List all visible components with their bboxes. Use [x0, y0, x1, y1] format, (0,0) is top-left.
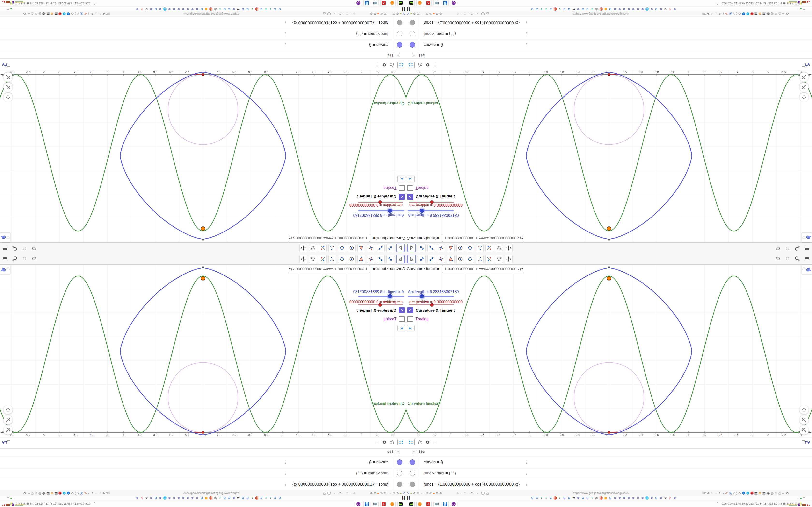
arc-length-slider[interactable]	[358, 295, 404, 297]
icon[interactable]: ○	[343, 12, 344, 16]
tab-favicon[interactable]: ✿	[177, 7, 180, 11]
icon[interactable]: ●	[400, 492, 402, 495]
menu-icon[interactable]	[804, 256, 810, 262]
redo-icon[interactable]	[784, 256, 791, 262]
icon[interactable]: ○	[460, 492, 462, 495]
algebra-row-funcnames[interactable]: funcNames = {" "} ⋮	[406, 468, 812, 479]
search-icon[interactable]	[794, 256, 800, 262]
tab-favicon[interactable]: ƒ	[140, 7, 144, 11]
tab-favicon[interactable]: ✿	[650, 7, 653, 11]
tab-favicon[interactable]: ✿	[182, 496, 185, 500]
list-group-row[interactable]: − List	[406, 448, 812, 457]
icon[interactable]: ⊕	[413, 12, 416, 16]
ellipse-tool-button[interactable]	[466, 244, 474, 252]
algebra-row-curves[interactable]: curves = {} ⋮	[406, 39, 812, 50]
icon[interactable]: ↓	[723, 12, 724, 16]
point-tool-button[interactable]: A	[418, 255, 425, 263]
icon[interactable]: ⊙	[346, 492, 349, 495]
floppy64-app-button[interactable]: 64	[363, 0, 370, 6]
purple-face-app-button[interactable]	[450, 0, 457, 6]
icon[interactable]: ⊕	[370, 492, 373, 495]
icon[interactable]: ⎙	[778, 492, 781, 495]
slider-tool-button[interactable]: a = 2	[309, 244, 317, 252]
tray-chevron-icon[interactable]: ^	[94, 2, 95, 5]
tab-favicon[interactable]: G	[535, 7, 539, 11]
tab-favicon[interactable]: ✿	[150, 496, 153, 500]
arc-position-slider-knob[interactable]	[379, 303, 382, 306]
icon[interactable]: ＋	[67, 492, 70, 495]
tab-favicon[interactable]: ✿	[659, 496, 662, 500]
icon[interactable]: ⊕	[417, 12, 419, 16]
pause-icon[interactable]: ▌▌	[402, 496, 405, 500]
tab-favicon[interactable]: ✿	[659, 7, 662, 11]
icon[interactable]: ▦	[54, 12, 57, 16]
icon[interactable]: →	[94, 492, 98, 495]
tab-favicon[interactable]: G	[246, 7, 249, 11]
icon[interactable]: ◔	[423, 12, 425, 16]
undo-icon[interactable]	[31, 256, 37, 262]
move-graphics-tool-button[interactable]	[505, 244, 513, 252]
tab-favicon[interactable]: ✿	[622, 7, 626, 11]
icon[interactable]: ^	[803, 7, 805, 11]
tab-favicon[interactable]: ●	[218, 496, 221, 500]
tab-favicon[interactable]: G	[154, 496, 157, 500]
icon[interactable]: ○	[343, 492, 344, 495]
drive-app-button[interactable]	[408, 0, 415, 6]
row-kebab-icon[interactable]: ⋮	[284, 32, 288, 36]
slider-tool-button[interactable]: a = 2	[309, 255, 317, 263]
angle-tool-button[interactable]	[328, 255, 337, 263]
visibility-marble[interactable]	[397, 459, 402, 465]
tab-favicon[interactable]: ✿	[673, 7, 676, 11]
tab-favicon[interactable]: ✿	[196, 7, 199, 11]
function-combobox[interactable]: 1.000000000000 + cos(4.000000000000 x) ▼	[289, 234, 370, 242]
tab-favicon[interactable]: ⓘ	[595, 496, 598, 500]
icon[interactable]: ⊕	[35, 492, 38, 495]
tab-favicon[interactable]: ✿	[618, 496, 621, 500]
icon[interactable]: ＋	[67, 12, 70, 15]
zoom-out-button[interactable]	[3, 72, 12, 81]
tab-favicon[interactable]: W	[237, 7, 240, 11]
settings-gear-button[interactable]	[382, 62, 388, 68]
tab-favicon[interactable]: G	[223, 496, 226, 500]
home-button[interactable]	[3, 405, 12, 414]
icon[interactable]: ⚙	[373, 492, 376, 495]
icon[interactable]: ▦	[762, 492, 766, 495]
red-settings-app-button[interactable]: ⚙	[380, 0, 387, 6]
icon[interactable]: ◔	[420, 492, 422, 495]
tab-favicon[interactable]: G	[246, 496, 249, 500]
row-kebab-icon[interactable]: ⋮	[284, 20, 288, 25]
shield-icon[interactable]	[481, 492, 485, 495]
icon[interactable]: ▦	[755, 12, 758, 16]
folder-icon[interactable]	[338, 492, 341, 495]
row-kebab-icon[interactable]: ⋮	[524, 20, 528, 25]
view2-stylebar-button[interactable]	[802, 62, 811, 68]
icon[interactable]: ↓	[746, 492, 749, 495]
icon[interactable]: A	[103, 492, 105, 495]
icon[interactable]: ↓	[723, 492, 724, 495]
pause-icon[interactable]: ▌▌	[407, 7, 410, 11]
visibility-marble[interactable]	[410, 42, 415, 48]
icon[interactable]: ●	[58, 492, 62, 495]
icon[interactable]: ⊙	[456, 12, 459, 16]
tab-favicon[interactable]: ✿	[650, 496, 653, 500]
icon[interactable]: ⓤ	[42, 492, 45, 495]
visibility-marble[interactable]	[397, 470, 402, 476]
icon[interactable]: ●	[10, 496, 12, 500]
icon[interactable]: ↻	[719, 12, 722, 16]
icon[interactable]: ⊕	[774, 12, 777, 16]
icon[interactable]: ○	[468, 492, 469, 495]
tab-favicon[interactable]: W	[237, 496, 240, 500]
icon[interactable]: A	[103, 12, 105, 16]
tab-favicon[interactable]: ✿	[136, 7, 139, 11]
tree-view-button[interactable]	[408, 439, 415, 445]
icon[interactable]: ⊕	[370, 12, 373, 16]
row-kebab-icon[interactable]: ⋮	[284, 43, 288, 47]
slider-tool-button[interactable]: a = 2	[495, 255, 503, 263]
view2-stylebar-button[interactable]	[1, 62, 10, 68]
visibility-marble[interactable]	[397, 31, 402, 37]
tab-favicon[interactable]: ✿	[196, 496, 199, 500]
zoom-in-button[interactable]	[3, 415, 12, 425]
tab-favicon[interactable]: G	[586, 7, 589, 11]
zoom-out-button[interactable]	[800, 72, 809, 81]
play-pause-button[interactable]: ▶❘	[397, 325, 405, 331]
